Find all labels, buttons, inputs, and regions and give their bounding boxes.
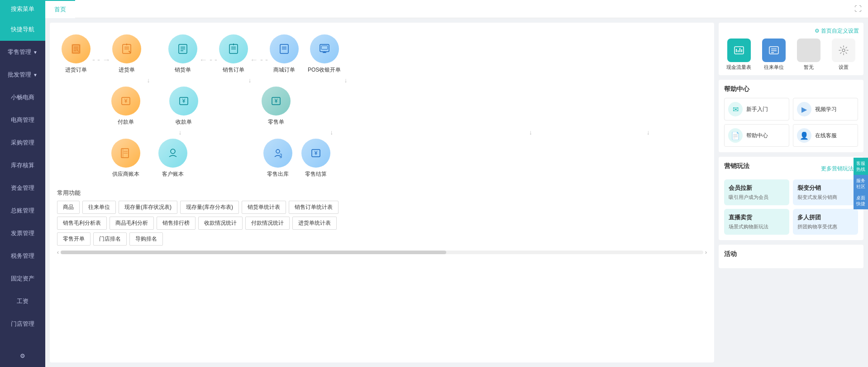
scroll-track (61, 251, 703, 254)
func-btn-store-rank[interactable]: 门店排名 (93, 232, 127, 246)
sidebar-bottom: ⚙ (0, 344, 45, 367)
func-btn-sales-profit[interactable]: 销售毛利分析表 (57, 217, 107, 230)
payment-icon[interactable]: ¥ (111, 87, 140, 116)
help-grid: ✉ 新手入门 ▶ 视频学习 📄 帮助中心 👤 在线客服 (724, 98, 858, 147)
node-receipt[interactable]: ¥ 收款单 (169, 87, 198, 126)
marketing-item-group[interactable]: 多人拼团 拼团购物享受优惠 (793, 209, 858, 235)
sidebar-item-quick-nav[interactable]: 快捷导航 (0, 18, 45, 41)
marketing-item-fission[interactable]: 裂变分销 裂变式发展分销商 (793, 179, 858, 205)
search-menu-button[interactable]: 搜索菜单 (0, 0, 45, 18)
func-btn-sales-stat[interactable]: 销货单统计表 (242, 201, 286, 214)
supplier-ledger-icon[interactable] (111, 139, 140, 168)
node-payment[interactable]: ¥ 付款单 (111, 87, 140, 126)
marketing-grid: 会员拉新 吸引用户成为会员 裂变分销 裂变式发展分销商 直播卖货 场景式购物新玩… (724, 179, 858, 235)
float-btn-customer-service[interactable]: 客服热线 (854, 158, 868, 175)
sidebar-item-finance[interactable]: 资金管理 (0, 177, 45, 199)
arrow-down-6: ↓ (529, 129, 532, 136)
receipt-icon[interactable]: ¥ (169, 87, 198, 116)
sidebar: 快捷导航 零售管理 ▼ 批发管理 ▼ 小畅电商 电商管理 采购管理 库存核算 资… (0, 18, 45, 367)
node-retail-settlement[interactable]: ¥ 零售结算 (301, 139, 330, 178)
sidebar-item-ledger[interactable]: 总账管理 (0, 199, 45, 222)
help-item-video[interactable]: ▶ 视频学习 (793, 98, 858, 121)
node-mall-order[interactable]: 商城订单 (270, 34, 299, 74)
sidebar-item-ecommerce-small[interactable]: 小畅电商 (0, 86, 45, 109)
node-pos[interactable]: POS收银开单 (308, 34, 341, 74)
func-btn-receipt-stat[interactable]: 收款情况统计 (198, 217, 243, 230)
retail-settlement-icon[interactable]: ¥ (301, 139, 330, 168)
help-item-help-center[interactable]: 📄 帮助中心 (724, 124, 789, 147)
purchase-order-icon[interactable] (62, 34, 91, 63)
arrow-1: - - → (92, 55, 110, 74)
fission-title: 裂变分销 (797, 184, 854, 192)
help-center-icon: 📄 (728, 128, 743, 143)
purchase-bill-icon[interactable] (112, 34, 141, 63)
sidebar-item-tax[interactable]: 税务管理 (0, 245, 45, 267)
sidebar-item-invoice[interactable]: 发票管理 (0, 222, 45, 245)
main-panel: 进货订单 - - → (50, 23, 714, 362)
sidebar-item-wholesale[interactable]: 批发管理 ▼ (0, 63, 45, 86)
marketing-item-live[interactable]: 直播卖货 场景式购物新玩法 (724, 209, 789, 235)
sidebar-item-payroll[interactable]: 工资 (0, 290, 45, 313)
sales-bill-icon[interactable] (168, 34, 197, 63)
customer-ledger-icon[interactable] (158, 139, 187, 168)
sidebar-item-ecommerce-mgmt[interactable]: 电商管理 (0, 109, 45, 131)
func-btn-payment-stat[interactable]: 付款情况统计 (245, 217, 290, 230)
node-purchase-bill[interactable]: 进货单 (112, 34, 141, 74)
node-customer-ledger[interactable]: 客户账本 (158, 139, 187, 178)
float-sidebar: 客服热线 服务社区 桌面快捷 (854, 158, 868, 209)
sales-order-icon[interactable] (219, 34, 248, 63)
scroll-right-btn[interactable]: › (705, 249, 707, 256)
sidebar-gear-icon[interactable]: ⚙ (0, 344, 45, 367)
node-retail-outbound[interactable]: 零售出库 (263, 139, 292, 178)
arrow-3: ← - - (250, 55, 268, 74)
func-btn-sales-order-stat[interactable]: 销售订单统计表 (289, 201, 339, 214)
func-btn-contacts[interactable]: 往来单位 (82, 201, 116, 214)
node-sales-order[interactable]: 销售订单 (219, 34, 248, 74)
node-retail-bill[interactable]: ¥ 零售单 (262, 87, 291, 126)
marketing-more-link[interactable]: 更多营销玩法 > (821, 165, 858, 173)
func-btn-guide-rank[interactable]: 导购排名 (129, 232, 163, 246)
pos-icon[interactable] (310, 34, 339, 63)
quick-icon-contacts[interactable]: 往来单位 (758, 39, 789, 71)
sidebar-item-inventory[interactable]: 库存核算 (0, 154, 45, 177)
marketing-item-member[interactable]: 会员拉新 吸引用户成为会员 (724, 179, 789, 205)
func-btn-stock-dist[interactable]: 现存量(库存分布表) (180, 201, 239, 214)
retail-outbound-icon[interactable] (263, 139, 292, 168)
func-btn-stock-status[interactable]: 现存量(库存状况表) (119, 201, 177, 214)
mall-order-icon[interactable] (270, 34, 299, 63)
quick-icon-settings[interactable]: 设置 (828, 39, 859, 71)
member-title: 会员拉新 (729, 184, 785, 192)
sidebar-item-retail[interactable]: 零售管理 ▼ (0, 41, 45, 63)
quick-icon-cashflow[interactable]: 现金流量表 (723, 39, 754, 71)
help-item-online-support[interactable]: 👤 在线客服 (793, 124, 858, 147)
scroll-thumb (61, 251, 446, 254)
retail-bill-icon[interactable]: ¥ (262, 87, 291, 116)
float-btn-community[interactable]: 服务社区 (854, 175, 868, 192)
node-supplier-ledger[interactable]: 供应商账本 (111, 139, 140, 178)
group-title: 多人拼团 (797, 213, 854, 222)
online-support-icon: 👤 (797, 128, 811, 143)
func-btn-retail-order[interactable]: 零售开单 (57, 232, 91, 246)
expand-button[interactable]: ⛶ (853, 4, 863, 14)
func-btn-sales-rank[interactable]: 销售排行榜 (157, 217, 196, 230)
help-item-beginner[interactable]: ✉ 新手入门 (724, 98, 789, 121)
mall-order-label: 商城订单 (273, 66, 295, 74)
float-btn-desktop[interactable]: 桌面快捷 (854, 192, 868, 209)
help-center: 帮助中心 ✉ 新手入门 ▶ 视频学习 📄 帮助中心 👤 (719, 80, 863, 152)
quick-access-header[interactable]: ⚙ 首页自定义设置 (723, 27, 859, 35)
activity-title: 活动 (724, 250, 858, 258)
svg-text:¥: ¥ (182, 98, 186, 104)
video-label: 视频学习 (815, 106, 837, 113)
node-purchase-order[interactable]: 进货订单 (62, 34, 91, 74)
help-center-title: 帮助中心 (724, 85, 858, 93)
empty-label: 暂无 (804, 64, 814, 71)
func-btn-goods-profit[interactable]: 商品毛利分析 (110, 217, 154, 230)
sidebar-item-store-mgmt[interactable]: 门店管理 (0, 313, 45, 335)
tab-home[interactable]: 首页 (45, 0, 75, 18)
func-btn-purchase-stat[interactable]: 进货单统计表 (292, 217, 337, 230)
sidebar-item-purchase[interactable]: 采购管理 (0, 131, 45, 154)
func-btn-goods[interactable]: 商品 (57, 201, 80, 214)
node-sales-bill[interactable]: 销货单 (168, 34, 197, 74)
sidebar-item-fixed-assets[interactable]: 固定资产 (0, 267, 45, 290)
scroll-left-btn[interactable]: ‹ (57, 249, 59, 256)
